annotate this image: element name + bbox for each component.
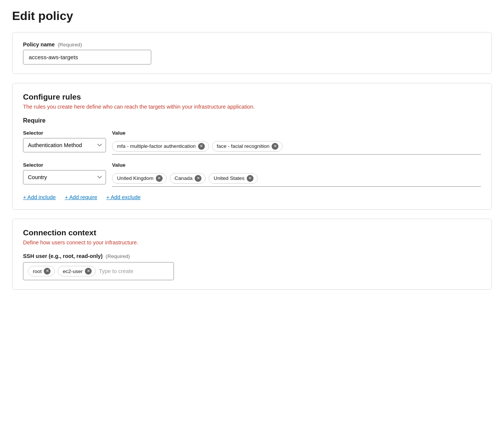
- value-col-country: Value United Kingdom ✕ Canada ✕ United S…: [112, 162, 481, 187]
- tag-remove-uk[interactable]: ✕: [156, 175, 163, 182]
- rule-row-auth: Selector Authentication Method Value mfa…: [23, 130, 481, 155]
- selector-label-country: Selector: [23, 162, 106, 168]
- require-label: Require: [23, 117, 481, 124]
- ssh-tag-ec2: ec2-user ✕: [58, 266, 96, 276]
- connection-context-title: Connection context: [23, 228, 481, 237]
- rules-actions-row: + Add include + Add require + Add exclud…: [23, 194, 481, 200]
- ssh-user-label: SSH user (e.g., root, read-only) (Requir…: [23, 253, 481, 259]
- configure-rules-title: Configure rules: [23, 92, 481, 101]
- policy-name-card: Policy name (Required): [12, 32, 492, 74]
- tag-uk: United Kingdom ✕: [112, 173, 167, 184]
- value-col-auth: Value mfa - multiple-factor authenticati…: [112, 130, 481, 155]
- tag-remove-face[interactable]: ✕: [272, 143, 278, 150]
- ssh-input-box[interactable]: root ✕ ec2-user ✕ Type to create: [23, 262, 174, 280]
- configure-rules-desc: The rules you create here define who can…: [23, 104, 481, 110]
- selector-col-country: Selector Country: [23, 162, 106, 184]
- ssh-tag-root: root ✕: [28, 266, 55, 276]
- policy-name-input[interactable]: [23, 50, 151, 64]
- connection-context-desc: Define how users connect to your infrast…: [23, 239, 481, 246]
- rule-row-country: Selector Country Value United Kingdom ✕ …: [23, 162, 481, 187]
- add-require-button[interactable]: + Add require: [65, 194, 97, 200]
- policy-name-label: Policy name (Required): [23, 41, 481, 48]
- value-label-auth: Value: [112, 130, 481, 136]
- add-exclude-button[interactable]: + Add exclude: [106, 194, 141, 200]
- selector-label-auth: Selector: [23, 130, 106, 136]
- tag-remove-mfa[interactable]: ✕: [198, 143, 205, 150]
- selector-dropdown-auth[interactable]: Authentication Method: [23, 138, 106, 152]
- value-label-country: Value: [112, 162, 481, 168]
- tag-remove-canada[interactable]: ✕: [195, 175, 201, 182]
- connection-context-card: Connection context Define how users conn…: [12, 219, 492, 290]
- ssh-tag-remove-root[interactable]: ✕: [44, 268, 51, 275]
- tag-mfa: mfa - multiple-factor authentication ✕: [112, 141, 209, 152]
- selector-dropdown-country[interactable]: Country: [23, 170, 106, 184]
- tag-input-country: United Kingdom ✕ Canada ✕ United States …: [112, 170, 481, 187]
- add-include-button[interactable]: + Add include: [23, 194, 56, 200]
- tag-us: United States ✕: [209, 173, 258, 184]
- page-title: Edit policy: [12, 9, 492, 23]
- tag-remove-us[interactable]: ✕: [247, 175, 254, 182]
- selector-col-auth: Selector Authentication Method: [23, 130, 106, 152]
- tag-input-auth: mfa - multiple-factor authentication ✕ f…: [112, 138, 481, 155]
- tag-canada: Canada ✕: [170, 173, 206, 184]
- ssh-type-placeholder: Type to create: [99, 268, 169, 274]
- ssh-tag-remove-ec2[interactable]: ✕: [85, 268, 92, 275]
- tag-face: face - facial recognition ✕: [212, 141, 283, 152]
- configure-rules-card: Configure rules The rules you create her…: [12, 83, 492, 210]
